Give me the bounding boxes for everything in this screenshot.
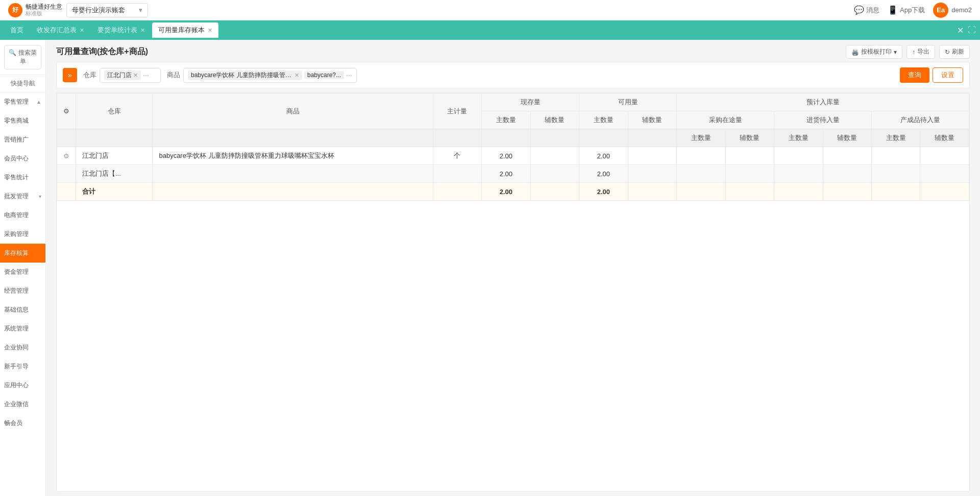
col-inbound-aux: 辅数量 [823, 129, 871, 147]
row-1-inbound-aux [823, 147, 871, 165]
product-tag1-remove[interactable]: ✕ [295, 72, 299, 79]
sidebar: 🔍 搜索菜单 快捷导航 零售管理 ▲ 零售商城 营销推广 会员中心 零售统计 批… [0, 40, 46, 496]
sidebar-item-retail-mall[interactable]: 零售商城 [0, 111, 45, 130]
col-current-stock: 现存量 [482, 93, 579, 111]
expand-arrow: ▾ [39, 194, 41, 199]
warehouse-tag-remove[interactable]: ✕ [133, 72, 138, 79]
sidebar-item-vip[interactable]: 畅会员 [0, 414, 45, 433]
tab-bar-actions: ✕ ⛶ [957, 26, 976, 35]
top-bar-right: 💬 消息 📱 App下载 Ea demo2 [854, 3, 972, 18]
summary-row: 合计 2.00 2.00 [57, 183, 969, 201]
summary-avail-main: 2.00 [579, 183, 628, 201]
sidebar-item-marketing[interactable]: 营销推广 [0, 130, 45, 149]
query-btn[interactable]: 查询 [900, 67, 929, 83]
sidebar-item-enterprise[interactable]: 企业协同 [0, 338, 45, 357]
sidebar-item-newbie[interactable]: 新手引导 [0, 357, 45, 376]
tab-order[interactable]: 要货单统计表 ✕ [91, 22, 151, 38]
warehouse-input[interactable]: 江北门店 ✕ ··· [100, 68, 161, 83]
sidebar-item-finance[interactable]: 资金管理 [0, 263, 45, 281]
row-2-current-main: 2.00 [482, 165, 530, 183]
col-purchase-aux: 辅数量 [725, 129, 774, 147]
row-1-avail-main: 2.00 [579, 147, 628, 165]
store-selector[interactable]: 母婴行业演示账套 ▾ [66, 3, 148, 17]
row-1-purchase-main [677, 147, 725, 165]
filter-actions: 查询 设置 [900, 67, 963, 83]
sidebar-item-member[interactable]: 会员中心 [0, 149, 45, 168]
table-row: 江北门店【... 2.00 2.00 [57, 165, 969, 183]
product-input[interactable]: babycare学饮杯 儿童防摔防撞吸管杯重力球吸嘴杯宝宝水杯 ✕ babyca… [183, 68, 357, 83]
sidebar-item-app-center[interactable]: 应用中心 [0, 376, 45, 395]
sidebar-item-operations[interactable]: 经营管理 [0, 281, 45, 300]
row-1-production-main [872, 147, 920, 165]
close-all-btn[interactable]: ✕ [957, 26, 964, 35]
row-1-product: babycare学饮杯 儿童防摔防撞吸管杯重力球吸嘴杯宝宝水杯 [153, 147, 433, 165]
row-1-avail-aux [628, 147, 676, 165]
summary-label: 合计 [76, 183, 153, 201]
sidebar-item-system[interactable]: 系统管理 [0, 319, 45, 338]
warehouse-tag: 江北门店 ✕ [104, 70, 141, 80]
col-inbound-pending: 进货待入量 [774, 111, 872, 129]
product-tag2: babycare?... [304, 71, 344, 79]
tab-close-available[interactable]: ✕ [208, 28, 212, 33]
filter-toggle-btn[interactable]: » [63, 68, 77, 82]
tab-receive[interactable]: 收发存汇总表 ✕ [31, 22, 90, 38]
print-btn[interactable]: 🖨️ 按模板打印 ▾ [846, 45, 902, 59]
app-download-btn[interactable]: 📱 App下载 [888, 5, 925, 15]
filter-product-group: 商品 babycare学饮杯 儿童防摔防撞吸管杯重力球吸嘴杯宝宝水杯 ✕ bab… [167, 68, 357, 83]
fullscreen-btn[interactable]: ⛶ [968, 26, 976, 35]
tab-available[interactable]: 可用量库存账本 ✕ [152, 22, 218, 38]
sidebar-item-enterprise-wx[interactable]: 企业微信 [0, 395, 45, 414]
settings-btn[interactable]: 设置 [933, 67, 963, 83]
row-1-production-aux [920, 147, 969, 165]
sidebar-item-wholesale-mgmt[interactable]: 批发管理 ▾ [0, 187, 45, 206]
row-2-production-aux [920, 165, 969, 183]
message-btn[interactable]: 💬 消息 [854, 5, 879, 15]
row-gear-1[interactable]: ⚙ [63, 152, 69, 160]
row-2-inbound-main [774, 165, 823, 183]
sidebar-item-ecommerce[interactable]: 电商管理 [0, 206, 45, 225]
page-actions: 🖨️ 按模板打印 ▾ ↑ 导出 ↻ 刷新 [846, 45, 970, 59]
row-2-current-aux [530, 165, 579, 183]
product-tag1: babycare学饮杯 儿童防摔防撞吸管杯重力球吸嘴杯宝宝水杯 ✕ [188, 70, 302, 80]
sidebar-item-retail-mgmt[interactable]: 零售管理 ▲ [0, 92, 45, 111]
tab-home[interactable]: 首页 [4, 22, 30, 38]
sidebar-item-retail-stats[interactable]: 零售统计 [0, 168, 45, 187]
page-header: 可用量查询(按仓库+商品) 🖨️ 按模板打印 ▾ ↑ 导出 ↻ 刷新 [46, 40, 980, 62]
tab-close-order[interactable]: ✕ [140, 28, 145, 33]
col-gear: ⚙ [57, 93, 76, 129]
col-available: 可用量 [579, 93, 677, 111]
sidebar-search-area: 🔍 搜索菜单 [0, 40, 45, 75]
product-more-btn[interactable]: ··· [346, 71, 352, 79]
col-production-main: 主数量 [872, 129, 920, 147]
content-area: 可用量查询(按仓库+商品) 🖨️ 按模板打印 ▾ ↑ 导出 ↻ 刷新 » 仓库 [46, 40, 980, 496]
logo-text: 畅捷通好生意 标准版 [26, 3, 62, 17]
logo-icon: 好 [8, 3, 22, 17]
col-avail-main: 主数量 [579, 111, 628, 129]
warehouse-more-btn[interactable]: ··· [143, 71, 149, 79]
col-avail-aux: 辅数量 [628, 111, 676, 129]
user-menu[interactable]: Ea demo2 [933, 3, 972, 18]
row-2-unit [433, 165, 481, 183]
summary-current-main: 2.00 [482, 183, 530, 201]
sidebar-item-inventory[interactable]: 库存核算 [0, 244, 45, 263]
col-main-unit: 主计量 [433, 93, 481, 129]
logo-area: 好 畅捷通好生意 标准版 [8, 3, 62, 17]
sidebar-search-btn[interactable]: 🔍 搜索菜单 [4, 45, 41, 69]
sidebar-quick-nav[interactable]: 快捷导航 [0, 75, 45, 92]
col-production-pending: 产成品待入量 [872, 111, 969, 129]
filter-warehouse-group: 仓库 江北门店 ✕ ··· [83, 68, 161, 83]
row-2-production-main [872, 165, 920, 183]
product-label: 商品 [167, 70, 180, 80]
row-1-inbound-main [774, 147, 823, 165]
page-title: 可用量查询(按仓库+商品) [56, 46, 148, 57]
refresh-btn[interactable]: ↻ 刷新 [939, 45, 970, 59]
warehouse-label: 仓库 [83, 70, 96, 80]
row-2-product [153, 165, 433, 183]
top-bar-left: 好 畅捷通好生意 标准版 母婴行业演示账套 ▾ [8, 3, 148, 17]
export-btn[interactable]: ↑ 导出 [906, 45, 935, 59]
tab-close-receive[interactable]: ✕ [80, 28, 84, 33]
sidebar-item-purchase[interactable]: 采购管理 [0, 225, 45, 244]
col-warehouse: 仓库 [76, 93, 153, 129]
sidebar-item-basic-info[interactable]: 基础信息 [0, 300, 45, 319]
row-2-avail-aux [628, 165, 676, 183]
